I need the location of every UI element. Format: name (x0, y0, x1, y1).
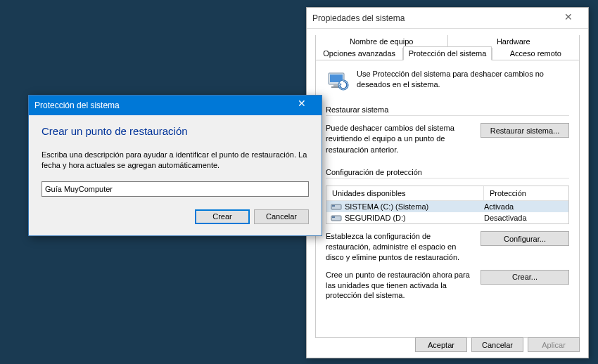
dialog-description: Escriba una descripción para ayudar a id… (42, 150, 309, 171)
create-description: Cree un punto de restauración ahora para… (326, 270, 472, 301)
tab-remote-access[interactable]: Acceso remoto (492, 46, 580, 60)
drive-icon (331, 202, 342, 211)
cancel-button[interactable]: Cancelar (254, 209, 309, 224)
protection-section-label: Configuración de protección (326, 168, 569, 176)
system-protection-icon (326, 69, 350, 93)
tab-content: Use Protección del sistema para deshacer… (315, 60, 580, 338)
ok-button[interactable]: Aceptar (415, 337, 467, 352)
tab-system-protection[interactable]: Protección del sistema (403, 46, 491, 60)
tab-advanced-options[interactable]: Opciones avanzadas (315, 46, 403, 60)
intro-text: Use Protección del sistema para deshacer… (357, 69, 569, 93)
drives-list: Unidades disponibles Protección SISTEMA … (326, 186, 569, 224)
header-drive-name[interactable]: Unidades disponibles (326, 186, 484, 200)
drive-row[interactable]: SISTEMA (C:) (Sistema) Activada (326, 201, 568, 212)
svg-rect-6 (332, 205, 335, 207)
titlebar[interactable]: Protección del sistema ✕ (29, 96, 322, 115)
configure-description: Establezca la configuración de restaurac… (326, 231, 472, 263)
divider (326, 115, 569, 116)
close-icon[interactable]: ✕ (554, 11, 583, 25)
restore-section-label: Restaurar sistema (326, 105, 569, 114)
system-properties-window: Propiedades del sistema ✕ Nombre de equi… (306, 7, 589, 358)
cancel-button[interactable]: Cancelar (471, 337, 523, 352)
apply-button[interactable]: Aplicar (528, 337, 580, 352)
dialog-buttons: Aceptar Cancelar Aplicar (415, 337, 580, 352)
create-button[interactable]: Crear... (481, 270, 569, 285)
drive-protection-status: Activada (484, 202, 564, 211)
header-protection[interactable]: Protección (484, 186, 568, 200)
restore-description: Puede deshacer cambios del sistema revir… (326, 123, 472, 155)
configure-button[interactable]: Configurar... (481, 231, 569, 246)
drive-protection-status: Desactivada (484, 214, 564, 222)
create-button[interactable]: Crear (195, 209, 250, 224)
dialog-buttons: Crear Cancelar (42, 209, 309, 224)
svg-rect-8 (332, 216, 335, 218)
dialog-title: Protección del sistema (34, 100, 288, 110)
dialog-heading: Crear un punto de restauración (42, 125, 309, 137)
create-restore-point-dialog: Protección del sistema ✕ Crear un punto … (28, 95, 322, 236)
window-title: Propiedades del sistema (312, 13, 554, 23)
drives-header: Unidades disponibles Protección (326, 186, 568, 201)
drive-row[interactable]: SEGURIDAD (D:) Desactivada (326, 212, 568, 223)
close-icon[interactable]: ✕ (288, 98, 316, 113)
drive-name: SISTEMA (C:) (Sistema) (345, 202, 484, 211)
restore-system-button[interactable]: Restaurar sistema... (481, 123, 569, 138)
drive-name: SEGURIDAD (D:) (345, 214, 484, 222)
divider (326, 178, 569, 178)
restore-point-name-input[interactable] (42, 181, 309, 197)
titlebar[interactable]: Propiedades del sistema ✕ (307, 8, 588, 29)
tab-row-2: Opciones avanzadas Protección del sistem… (315, 46, 580, 60)
tab-row-1: Nombre de equipo Hardware (315, 34, 580, 47)
drive-icon (331, 214, 342, 222)
